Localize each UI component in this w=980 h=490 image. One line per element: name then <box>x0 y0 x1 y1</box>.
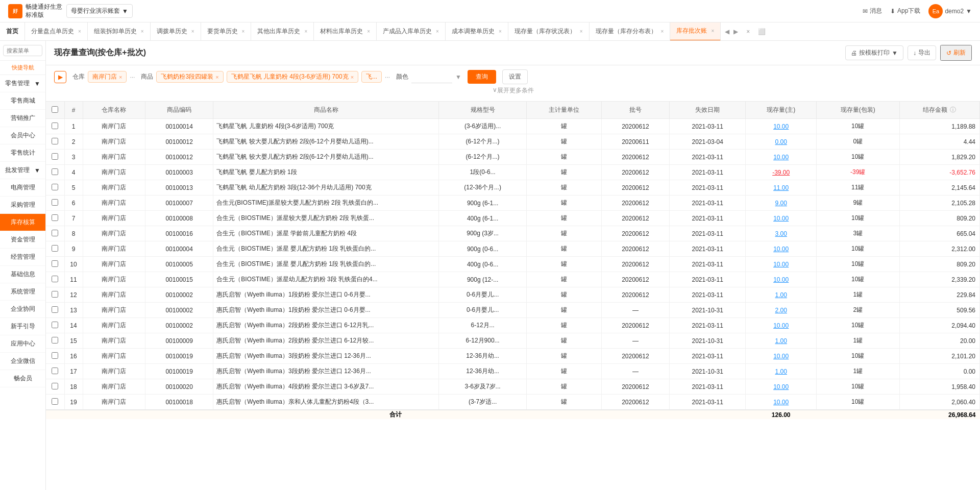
row-checkbox[interactable] <box>46 303 64 318</box>
refresh-button[interactable]: ↺ 刷新 <box>940 45 972 61</box>
sidebar-nav-shortcut[interactable]: 快捷导航 <box>0 61 45 75</box>
close-icon[interactable]: × <box>304 29 307 34</box>
sidebar-item-purchase[interactable]: 采购管理 <box>0 197 45 214</box>
tab-kucunkuang[interactable]: 现存量（库存状况表） × <box>508 22 590 41</box>
close-icon[interactable]: × <box>580 29 583 34</box>
row-checkbox[interactable] <box>46 211 64 226</box>
sidebar-item-apps[interactable]: 应用中心 <box>0 335 45 353</box>
row-checkbox[interactable] <box>46 134 64 150</box>
row-qty-main[interactable]: 11.00 <box>746 180 817 195</box>
sidebar-item-wholesale[interactable]: 批发管理▼ <box>0 162 45 179</box>
row-qty-main[interactable]: 10.00 <box>746 150 817 165</box>
filter-expand-button[interactable]: ▶ <box>54 71 66 83</box>
chevron-down-icon[interactable]: ▼ <box>455 74 461 81</box>
close-icon[interactable]: × <box>191 29 194 34</box>
row-checkbox[interactable] <box>46 226 64 241</box>
close-icon[interactable]: × <box>661 29 664 34</box>
row-qty-main[interactable]: -39.00 <box>746 165 817 180</box>
sidebar-item-changhui[interactable]: 畅会员 <box>0 370 45 387</box>
settings-button[interactable]: 设置 <box>502 69 528 84</box>
sidebar-item-finance[interactable]: 资金管理 <box>0 231 45 249</box>
row-checkbox[interactable] <box>46 349 64 364</box>
sidebar-item-retail-mall[interactable]: 零售商城 <box>0 92 45 110</box>
row-checkbox[interactable] <box>46 379 64 395</box>
sidebar-item-retail-stats[interactable]: 零售统计 <box>0 144 45 162</box>
row-qty-main[interactable]: 10.00 <box>746 119 817 134</box>
tab-qtachuku[interactable]: 其他出库单历史 × <box>251 22 314 41</box>
row-qty-main[interactable]: 3.00 <box>746 226 817 241</box>
tab-fenliangpandian[interactable]: 分量盘点单历史 × <box>25 22 88 41</box>
row-checkbox[interactable] <box>46 119 64 134</box>
maximize-icon[interactable]: ⬜ <box>754 28 770 35</box>
close-icon[interactable]: × <box>141 29 144 34</box>
row-checkbox[interactable] <box>46 318 64 333</box>
tab-kucunpicizh[interactable]: 库存批次账 × <box>670 22 721 41</box>
warehouse-more[interactable]: ··· <box>130 74 135 81</box>
sidebar-item-marketing[interactable]: 营销推广 <box>0 110 45 127</box>
messages-button[interactable]: ✉ 消息 <box>863 7 882 15</box>
remove-product1-icon[interactable]: × <box>215 74 218 80</box>
row-qty-main[interactable]: 10.00 <box>746 211 817 226</box>
row-qty-main[interactable]: 10.00 <box>746 349 817 364</box>
close-icon[interactable]: × <box>436 29 439 34</box>
row-qty-main[interactable]: 2.00 <box>746 303 817 318</box>
close-icon[interactable]: × <box>78 29 81 34</box>
remove-warehouse-icon[interactable]: × <box>119 74 122 80</box>
tab-chanpin[interactable]: 产成品入库单历史 × <box>377 22 446 41</box>
row-checkbox[interactable] <box>46 241 64 257</box>
close-all-tabs[interactable]: × <box>742 28 754 35</box>
tab-home[interactable]: 首页 <box>0 22 25 41</box>
row-qty-main[interactable]: 10.00 <box>746 379 817 395</box>
app-selector[interactable]: 母婴行业演示账套 ▼ <box>66 4 133 18</box>
arrow-left-icon[interactable]: ◀ <box>723 27 731 36</box>
row-qty-main[interactable]: 0.00 <box>746 134 817 150</box>
sidebar-item-ecommerce[interactable]: 电商管理 <box>0 179 45 197</box>
tab-zuzhuangchaijian[interactable]: 组装拆卸单历史 × <box>88 22 151 41</box>
row-qty-main[interactable]: 1.00 <box>746 287 817 303</box>
select-all-checkbox[interactable] <box>52 106 58 113</box>
expand-more-conditions[interactable]: ∨ 展开更多条件 <box>54 84 972 97</box>
search-input[interactable] <box>3 45 42 56</box>
info-icon[interactable]: ⓘ <box>950 106 956 113</box>
row-qty-main[interactable]: 10.00 <box>746 395 817 410</box>
sidebar-item-inventory[interactable]: 库存核算 <box>0 214 45 231</box>
close-icon[interactable]: × <box>242 29 245 34</box>
sidebar-item-retail-mgmt[interactable]: 零售管理▼ <box>0 75 45 92</box>
close-icon[interactable]: × <box>367 29 370 34</box>
row-checkbox[interactable] <box>46 272 64 287</box>
sidebar-item-system[interactable]: 系统管理 <box>0 283 45 301</box>
query-button[interactable]: 查询 <box>468 70 496 84</box>
row-checkbox[interactable] <box>46 364 64 379</box>
row-qty-main[interactable]: 10.00 <box>746 318 817 333</box>
row-checkbox[interactable] <box>46 395 64 410</box>
remove-product2-icon[interactable]: × <box>351 74 354 80</box>
sidebar-item-basics[interactable]: 基础信息 <box>0 266 45 283</box>
row-checkbox[interactable] <box>46 195 64 211</box>
arrow-right-icon[interactable]: ▶ <box>731 27 740 36</box>
row-checkbox[interactable] <box>46 333 64 349</box>
tab-yaohuo[interactable]: 要货单历史 × <box>201 22 252 41</box>
tab-chenben[interactable]: 成本调整单历史 × <box>446 22 508 41</box>
app-download-button[interactable]: ⬇ App下载 <box>890 7 920 15</box>
row-qty-main[interactable]: 10.00 <box>746 241 817 257</box>
sidebar-item-newbie[interactable]: 新手引导 <box>0 318 45 335</box>
user-area[interactable]: Ea demo2 ▼ <box>928 4 972 18</box>
product-more[interactable]: ··· <box>385 74 390 81</box>
tab-diaobodanls[interactable]: 调拨单历史 × <box>151 22 201 41</box>
row-qty-main[interactable]: 9.00 <box>746 195 817 211</box>
row-qty-main[interactable]: 10.00 <box>746 257 817 272</box>
row-checkbox[interactable] <box>46 180 64 195</box>
sidebar-item-collaboration[interactable]: 企业协同 <box>0 301 45 318</box>
row-qty-main[interactable]: 1.00 <box>746 364 817 379</box>
sidebar-item-member[interactable]: 会员中心 <box>0 127 45 144</box>
row-checkbox[interactable] <box>46 257 64 272</box>
tab-cailiaochukulishi[interactable]: 材料出库单历史 × <box>314 22 377 41</box>
close-icon[interactable]: × <box>711 28 714 34</box>
template-print-button[interactable]: 🖨 按模板打印 ▼ <box>845 45 903 60</box>
row-checkbox[interactable] <box>46 150 64 165</box>
sidebar-item-operations[interactable]: 经营管理 <box>0 249 45 266</box>
row-checkbox[interactable] <box>46 287 64 303</box>
close-icon[interactable]: × <box>499 29 502 34</box>
sidebar-item-wechat[interactable]: 企业微信 <box>0 353 45 370</box>
row-qty-main[interactable]: 1.00 <box>746 333 817 349</box>
